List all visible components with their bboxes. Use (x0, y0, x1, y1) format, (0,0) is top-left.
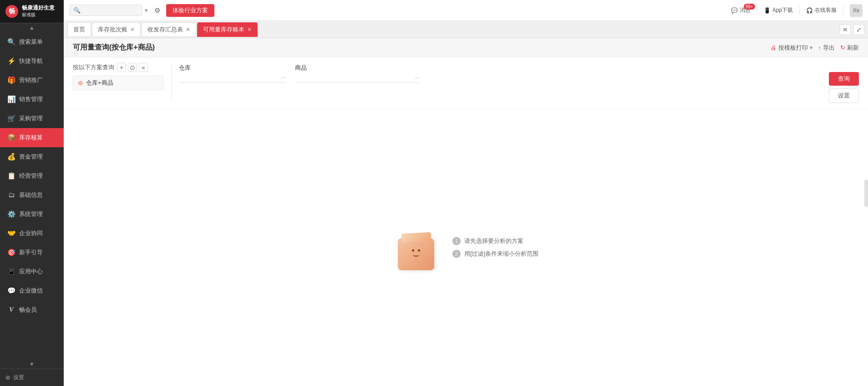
tab-available-close[interactable]: ✕ (247, 26, 252, 33)
sidebar-scroll-up[interactable]: ▲ (0, 23, 64, 32)
sidebar-bottom: ⚙ 设置 (0, 369, 64, 386)
sidebar-item-label: 库存核算 (19, 134, 43, 142)
sidebar-item-label: 新手引导 (19, 248, 43, 257)
sidebar-item-label: 搜索菜单 (19, 38, 43, 46)
sidebar-item-marketing[interactable]: 🎁 营销推广 (0, 71, 64, 90)
tab-summary[interactable]: 收发存汇总表 ✕ (142, 22, 196, 37)
message-icon: 💬 (731, 7, 738, 14)
print-dropdown-icon[interactable]: ▾ (810, 44, 813, 51)
product-label: 商品 (295, 64, 420, 72)
product-input[interactable] (295, 74, 413, 81)
tab-batch[interactable]: 库存批次账 ✕ (92, 22, 141, 37)
filter-panel: 按以下方案查询 + ⊙ « ⊛ 仓库+商品 仓库 (64, 57, 868, 109)
sidebar-item-finance[interactable]: 💰 资金管理 (0, 147, 64, 166)
filter-right: 仓库 ··· 商品 ··· 查询 设置 (179, 63, 859, 103)
empty-tips: 1 请先选择要分析的方案 2 用[过滤]条件来缩小分析范围 (452, 237, 538, 258)
filter-collapse-button[interactable]: « (139, 63, 148, 72)
sidebar-item-basic[interactable]: 🗂 基础信息 (0, 185, 64, 205)
print-icon: 🖨 (771, 44, 777, 51)
app-download-button[interactable]: 📱 App下载 (764, 6, 793, 14)
page-title: 可用量查询(按仓库+商品) (73, 43, 155, 52)
cooperation-icon: 🤝 (7, 229, 15, 237)
inventory-icon: 📦 (7, 134, 15, 142)
sidebar-item-label: 销售管理 (19, 95, 43, 103)
service-button[interactable]: 🎧 在线客服 (806, 6, 837, 14)
sidebar-nav: 🔍 搜索菜单 ⚡ 快捷导航 🎁 营销推广 📊 销售管理 🛒 采购管理 📦 库存核… (0, 32, 64, 360)
tab-home[interactable]: 首页 (67, 22, 91, 37)
sidebar-item-inventory[interactable]: 📦 库存核算 (0, 128, 64, 147)
product-more-icon[interactable]: ··· (415, 74, 420, 81)
logo-name: 畅康通好生意 (22, 5, 55, 12)
refresh-label: 刷新 (847, 44, 859, 52)
empty-mouth (413, 253, 419, 257)
member-icon: V (7, 306, 15, 314)
industry-button[interactable]: 体验行业方案 (166, 4, 214, 17)
headset-icon: 🎧 (806, 7, 813, 14)
tab-maximize-button[interactable]: ⤢ (853, 24, 864, 35)
dropdown-icon[interactable]: ▾ (145, 7, 148, 14)
sidebar-item-purchase[interactable]: 🛒 采购管理 (0, 109, 64, 128)
search-input[interactable] (82, 7, 138, 14)
print-action[interactable]: 🖨 按模板打印 ▾ (771, 44, 813, 52)
tip-text-2: 用[过滤]条件来缩小分析范围 (464, 250, 538, 258)
tab-close-button[interactable]: ✕ (840, 24, 851, 35)
sidebar-item-newbie[interactable]: 🎯 新手引导 (0, 243, 64, 262)
sidebar-item-label: 经营管理 (19, 172, 43, 180)
query-button[interactable]: 查询 (829, 72, 859, 86)
warehouse-input[interactable] (179, 74, 279, 81)
sidebar-item-label: 资金管理 (19, 153, 43, 161)
tab-home-label: 首页 (73, 26, 85, 34)
sidebar-item-search[interactable]: 🔍 搜索菜单 (0, 32, 64, 51)
sidebar-item-operations[interactable]: 📋 经营管理 (0, 166, 64, 185)
tab-bar-actions: ✕ ⤢ (840, 24, 864, 35)
sidebar-item-appstore[interactable]: 📱 应用中心 (0, 262, 64, 281)
sidebar-item-label: 企业微信 (19, 287, 43, 295)
newbie-icon: 🎯 (7, 248, 15, 257)
filter-option-warehouse-product[interactable]: ⊛ 仓库+商品 (73, 76, 164, 90)
sidebar-item-sales[interactable]: 📊 销售管理 (0, 90, 64, 109)
sidebar-item-label: 快捷导航 (19, 57, 43, 65)
sidebar-bottom-label: 设置 (13, 374, 24, 381)
sidebar-item-wechat[interactable]: 💬 企业微信 (0, 281, 64, 300)
sidebar-scroll-down[interactable]: ▼ (0, 360, 64, 369)
filter-field-warehouse: 仓库 ··· (179, 64, 286, 83)
filter-add-button[interactable]: + (117, 63, 126, 72)
warehouse-label: 仓库 (179, 64, 286, 72)
sidebar-item-system[interactable]: ⚙️ 系统管理 (0, 205, 64, 224)
sidebar-item-cooperation[interactable]: 🤝 企业协同 (0, 224, 64, 243)
empty-tip-2: 2 用[过滤]条件来缩小分析范围 (452, 250, 538, 258)
gear-button[interactable]: ⚙ (151, 4, 163, 17)
filter-field-product: 商品 ··· (295, 64, 420, 83)
tab-summary-close[interactable]: ✕ (186, 26, 190, 33)
search-box[interactable]: 🔍 (69, 5, 142, 16)
empty-tip-1: 1 请先选择要分析的方案 (452, 237, 538, 245)
filter-settings-button[interactable]: ⊙ (128, 63, 137, 72)
message-button[interactable]: 💬 消息 99+ (731, 6, 751, 14)
purchase-icon: 🛒 (7, 114, 15, 123)
sidebar: 畅 畅康通好生意 标准版 ▲ 🔍 搜索菜单 ⚡ 快捷导航 🎁 营销推广 📊 销售… (0, 0, 64, 386)
refresh-action[interactable]: ↻ 刷新 (840, 44, 859, 52)
user-avatar[interactable]: Rit (850, 4, 863, 17)
filter-icon-group: + ⊙ « (117, 63, 148, 72)
warehouse-more-icon[interactable]: ··· (281, 74, 286, 81)
message-badge: 99+ (744, 4, 755, 10)
top-bar: 🔍 ▾ ⚙ 体验行业方案 💬 消息 99+ 📱 App下载 🎧 在线客服 (64, 0, 868, 21)
empty-eye-left (412, 249, 414, 252)
sidebar-item-member[interactable]: V 畅会员 (0, 300, 64, 319)
empty-eye-right (418, 249, 420, 252)
top-bar-right: 💬 消息 99+ 📱 App下载 🎧 在线客服 Rit (731, 4, 863, 17)
top-bar-left: 🔍 ▾ ⚙ 体验行业方案 (69, 4, 727, 17)
shortcut-icon: ⚡ (7, 57, 15, 65)
scroll-handle[interactable] (864, 180, 868, 207)
app-download-label: App下载 (772, 6, 793, 14)
sidebar-item-label: 企业协同 (19, 229, 43, 237)
sidebar-item-shortcut[interactable]: ⚡ 快捷导航 (0, 51, 64, 71)
service-label: 在线客服 (815, 6, 837, 14)
tab-batch-close[interactable]: ✕ (130, 26, 135, 33)
app-logo: 畅 畅康通好生意 标准版 (0, 0, 64, 23)
main-area: 🔍 ▾ ⚙ 体验行业方案 💬 消息 99+ 📱 App下载 🎧 在线客服 (64, 0, 868, 386)
tab-available[interactable]: 可用量库存账本 ✕ (197, 22, 258, 37)
export-action[interactable]: ↑ 导出 (818, 44, 835, 52)
sidebar-item-label: 应用中心 (19, 268, 43, 276)
settings-button[interactable]: 设置 (829, 88, 859, 103)
